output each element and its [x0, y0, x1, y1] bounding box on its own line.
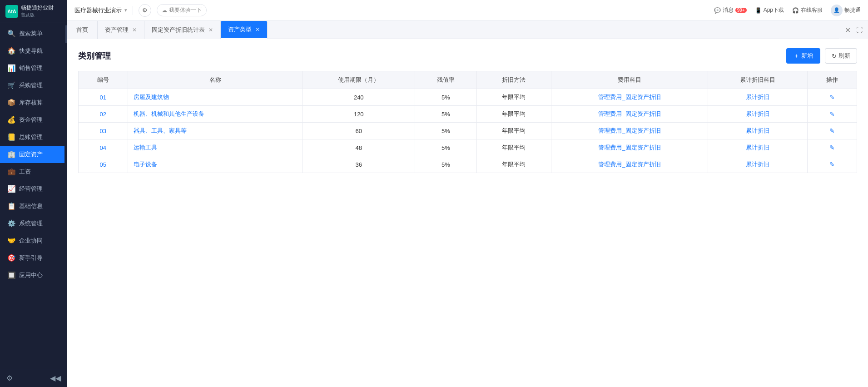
tabbar-wrapper: 首页 资产管理 ✕ 固定资产折旧统计表 ✕ 资产类型 ✕ ✕ ⛶: [67, 21, 868, 39]
collapse-icon[interactable]: ◀◀: [50, 374, 61, 382]
refresh-button[interactable]: ↻ 刷新: [825, 48, 857, 64]
col-accumulated: 累计折旧科目: [708, 71, 808, 89]
tabbar: 首页 资产管理 ✕ 固定资产折旧统计表 ✕ 资产类型 ✕: [67, 21, 868, 39]
scroll-thumb: [65, 25, 67, 43]
cell-months: 60: [303, 123, 415, 139]
sidebar-item-appcenter[interactable]: 🔲 应用中心: [0, 267, 64, 284]
tab-assets-close[interactable]: ✕: [132, 27, 137, 33]
sidebar-item-purchase[interactable]: 🛒 采购管理: [0, 77, 64, 94]
appcenter-icon: 🔲: [7, 271, 15, 279]
sidebar-item-inventory[interactable]: 📦 库存核算: [0, 94, 64, 111]
sidebar-item-label: 经营管理: [19, 185, 43, 193]
message-button[interactable]: 💬 消息 99+: [714, 6, 747, 14]
tab-assettype-close[interactable]: ✕: [255, 26, 260, 33]
sales-icon: 📊: [7, 64, 15, 72]
sidebar-item-label: 系统管理: [19, 219, 43, 228]
edit-button[interactable]: ✎: [829, 127, 835, 134]
close-window-button[interactable]: ✕: [843, 25, 853, 35]
tab-depreciation[interactable]: 固定资产折旧统计表 ✕: [144, 21, 221, 39]
service-label: 在线客服: [801, 6, 823, 14]
sidebar-item-label: 销售管理: [19, 64, 43, 72]
guide-icon: 🎯: [7, 254, 15, 262]
main-area: 医疗器械行业演示 ▾ ⚙ ☁ 我要体验一下 💬 消息 99+ 📱 App下载 🎧…: [67, 0, 868, 387]
sidebar-item-quicknav[interactable]: 🏠 快捷导航: [0, 42, 64, 60]
table-header-row: 编号 名称 使用期限（月） 残值率 折旧方法 费用科目 累计折旧科目 操作: [79, 71, 857, 89]
cell-residual: 5%: [415, 156, 476, 173]
sidebar-item-label: 搜索菜单: [19, 30, 43, 38]
maximize-window-button[interactable]: ⛶: [854, 25, 864, 35]
trial-button[interactable]: ☁ 我要体验一下: [157, 4, 207, 16]
customer-service-button[interactable]: 🎧 在线客服: [792, 6, 823, 14]
sidebar-item-operation[interactable]: 📈 经营管理: [0, 180, 64, 198]
app-download-label: App下载: [764, 6, 784, 14]
cell-actions: ✎: [808, 139, 857, 156]
home-icon: 🏠: [7, 47, 15, 55]
sidebar-item-label: 资金管理: [19, 116, 43, 124]
col-residual: 残值率: [415, 71, 476, 89]
table-row: 04 运输工具 48 5% 年限平均 管理费用_固定资产折旧 累计折旧 ✎: [79, 139, 857, 156]
cell-expense: 管理费用_固定资产折旧: [551, 106, 708, 123]
tab-home[interactable]: 首页: [67, 21, 98, 39]
tab-assets[interactable]: 资产管理 ✕: [98, 21, 144, 39]
cell-name[interactable]: 运输工具: [128, 139, 303, 156]
new-button[interactable]: ＋ 新增: [786, 48, 820, 64]
cell-actions: ✎: [808, 156, 857, 173]
cell-code: 02: [79, 106, 128, 123]
cell-method: 年限平均: [476, 123, 551, 139]
cell-residual: 5%: [415, 123, 476, 139]
user-profile[interactable]: 👤 畅捷通: [831, 5, 861, 16]
ledger-icon: 📒: [7, 133, 15, 141]
sidebar-item-guide[interactable]: 🎯 新手引导: [0, 249, 64, 267]
cell-actions: ✎: [808, 89, 857, 106]
sidebar-footer: ⚙ ◀◀: [0, 369, 67, 387]
sidebar-item-salary[interactable]: 💼 工资: [0, 163, 64, 180]
sidebar-item-fixed[interactable]: 🏢 固定资产: [0, 146, 64, 163]
cell-months: 48: [303, 139, 415, 156]
sidebar-nav: 🔍 搜索菜单 🏠 快捷导航 📊 销售管理 🛒 采购管理 📦 库存核算 💰: [0, 23, 64, 369]
project-name: 医疗器械行业演示: [74, 6, 122, 15]
tab-home-label: 首页: [76, 26, 88, 34]
sidebar-item-basic[interactable]: 📋 基础信息: [0, 198, 64, 215]
content-area: 类别管理 ＋ 新增 ↻ 刷新 编号 名称 使用期限（月）: [67, 39, 868, 387]
edit-button[interactable]: ✎: [829, 94, 835, 101]
phone-icon: 📱: [755, 7, 762, 14]
edit-button[interactable]: ✎: [829, 161, 835, 168]
sidebar-item-label: 企业协同: [19, 237, 43, 245]
tab-depreciation-close[interactable]: ✕: [208, 27, 213, 33]
sidebar-item-capital[interactable]: 💰 资金管理: [0, 111, 64, 129]
cell-name[interactable]: 电子设备: [128, 156, 303, 173]
settings-button[interactable]: ⚙: [139, 4, 151, 17]
cell-code: 01: [79, 89, 128, 106]
app-download-button[interactable]: 📱 App下载: [755, 6, 784, 14]
col-method: 折旧方法: [476, 71, 551, 89]
cell-name[interactable]: 器具、工具、家具等: [128, 123, 303, 139]
settings-icon[interactable]: ⚙: [6, 374, 13, 382]
window-controls: ✕ ⛶: [839, 21, 868, 39]
salary-icon: 💼: [7, 168, 15, 176]
topbar-divider: [133, 6, 133, 15]
sidebar-item-ledger[interactable]: 📒 总账管理: [0, 129, 64, 146]
cell-name[interactable]: 房屋及建筑物: [128, 89, 303, 106]
edit-button[interactable]: ✎: [829, 110, 835, 118]
sidebar-item-label: 应用中心: [19, 271, 43, 279]
system-icon: ⚙️: [7, 219, 15, 228]
project-selector[interactable]: 医疗器械行业演示 ▾: [74, 6, 127, 15]
cell-name[interactable]: 机器、机械和其他生产设备: [128, 106, 303, 123]
col-expense: 费用科目: [551, 71, 708, 89]
tab-depreciation-label: 固定资产折旧统计表: [152, 26, 205, 34]
col-months: 使用期限（月）: [303, 71, 415, 89]
sidebar-item-label: 快捷导航: [19, 47, 43, 55]
logo-icon: AtA: [5, 5, 18, 18]
gear-icon: ⚙: [142, 7, 148, 14]
new-label: 新增: [801, 52, 813, 60]
sidebar-item-enterprise[interactable]: 🤝 企业协同: [0, 232, 64, 249]
cell-months: 240: [303, 89, 415, 106]
basic-icon: 📋: [7, 202, 15, 210]
cell-method: 年限平均: [476, 89, 551, 106]
tab-assettype[interactable]: 资产类型 ✕: [221, 21, 268, 39]
edit-button[interactable]: ✎: [829, 144, 835, 151]
sidebar-item-sales[interactable]: 📊 销售管理: [0, 60, 64, 77]
cloud-icon: ☁: [162, 7, 167, 14]
sidebar-item-search[interactable]: 🔍 搜索菜单: [0, 25, 64, 42]
sidebar-item-system[interactable]: ⚙️ 系统管理: [0, 215, 64, 232]
